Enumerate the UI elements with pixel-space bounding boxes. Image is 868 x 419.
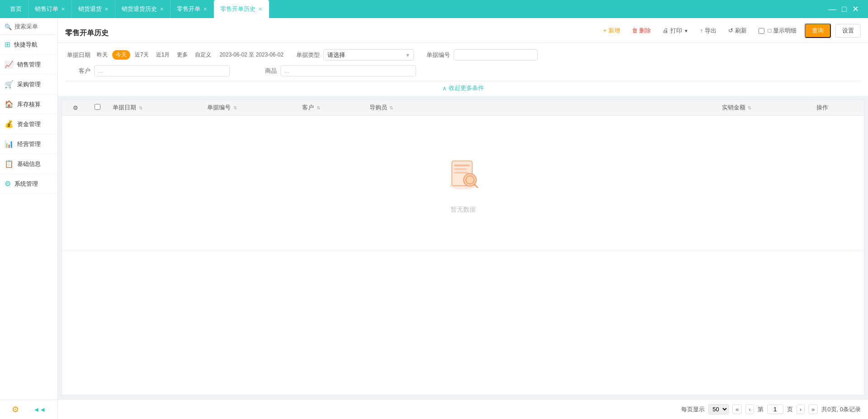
date-range-display: 2023-06-02 至 2023-06-02: [219, 51, 283, 59]
filter-area: 单据日期 昨天 今天 近7天 近1月 更多 自定义 2023-06-02 至 2…: [58, 43, 868, 96]
search-label: 搜索采单: [14, 23, 38, 31]
empty-illustration: [441, 152, 486, 198]
sidebar-item-label: 快捷导航: [14, 41, 38, 49]
customer-input[interactable]: ...: [94, 65, 230, 76]
first-page-button[interactable]: «: [732, 405, 742, 414]
maximize-button[interactable]: □: [842, 5, 847, 14]
sidebar-item-operations[interactable]: 📊 经营管理: [0, 134, 57, 154]
empty-state: 暂无数据: [62, 116, 864, 250]
tab-retail-order-history[interactable]: 零售开单历史 ✕: [214, 0, 269, 18]
sort-customer[interactable]: ⇅: [317, 105, 320, 110]
sidebar-item-finance[interactable]: 💰 资金管理: [0, 114, 57, 134]
type-select[interactable]: 请选择: [323, 49, 414, 61]
type-label: 单据类型: [294, 51, 320, 59]
date-label: 单据日期: [65, 51, 90, 59]
svg-rect-4: [454, 172, 469, 174]
close-tab-sales-return[interactable]: ✕: [104, 6, 109, 12]
last-page-button[interactable]: »: [808, 405, 818, 414]
page-label-before: 第: [758, 405, 764, 414]
window-controls: — □ ✕: [828, 4, 864, 14]
display-detail-button[interactable]: □ 显示明细: [755, 25, 800, 37]
sidebar-item-label: 系统管理: [14, 180, 38, 188]
page-header: 零售开单历史 + 新增 🗑 删除 🖨 打印 ▼ ↑ 导出 ↺ 刷新: [58, 18, 868, 43]
per-page-label: 每页显示: [681, 405, 705, 414]
per-page-select[interactable]: 50: [708, 404, 729, 414]
svg-rect-2: [454, 165, 470, 166]
minimize-button[interactable]: —: [828, 5, 836, 14]
table-settings-icon[interactable]: ⚙: [67, 101, 84, 115]
date-buttons: 昨天 今天 近7天 近1月 更多 自定义: [94, 50, 214, 60]
filter-type: 单据类型 请选择 ▼: [294, 49, 414, 61]
sort-amount[interactable]: ⇅: [748, 105, 751, 110]
current-page-input[interactable]: [767, 405, 783, 414]
sidebar-item-quick-nav[interactable]: ⊞ 快捷导航: [0, 35, 57, 55]
sidebar-item-sales[interactable]: 📈 销售管理: [0, 55, 57, 75]
display-detail-checkbox[interactable]: [759, 28, 764, 34]
window-close-button[interactable]: ✕: [852, 4, 859, 14]
sidebar-item-basic-info[interactable]: 📋 基础信息: [0, 154, 57, 174]
close-tab-retail-order-history[interactable]: ✕: [258, 6, 262, 12]
filter-goods: 商品 ...: [251, 65, 416, 76]
sidebar-item-label: 销售管理: [17, 61, 41, 69]
settings-button[interactable]: 设置: [835, 24, 861, 38]
sidebar-item-system[interactable]: ⚙ 系统管理: [0, 174, 57, 194]
date-btn-7days[interactable]: 近7天: [132, 50, 152, 60]
customer-label: 客户: [65, 67, 90, 75]
sidebar-item-purchase[interactable]: 🛒 采购管理: [0, 75, 57, 94]
sort-guide[interactable]: ⇅: [389, 105, 393, 110]
type-select-wrap: 请选择 ▼: [323, 49, 414, 61]
tab-retail-order[interactable]: 零售开单 ✕: [171, 0, 214, 18]
data-table: ⚙ 单据日期 ⇅ 单据编号 ⇅: [62, 100, 864, 250]
close-tab-retail-order[interactable]: ✕: [203, 6, 207, 12]
operations-icon: 📊: [5, 140, 14, 148]
date-btn-more[interactable]: 更多: [174, 50, 190, 60]
pagination-bar: 每页显示 50 « ‹ 第 页 › » 共0页, 0条记录: [58, 399, 868, 419]
sidebar-item-label: 资金管理: [17, 120, 41, 128]
th-customer: 客户 ⇅: [297, 100, 364, 116]
goods-input[interactable]: ...: [280, 65, 416, 76]
top-nav: 首页 销售订单 ✕ 销货退货 ✕ 销货退货历史 ✕ 零售开单 ✕ 零售开单历史 …: [0, 0, 868, 18]
svg-rect-3: [454, 168, 467, 170]
select-all-checkbox[interactable]: [95, 104, 100, 110]
collapse-button[interactable]: ∧ 收起更多条件: [65, 81, 861, 92]
filter-row-2: 客户 ... 商品 ...: [65, 65, 861, 76]
print-button[interactable]: 🖨 打印 ▼: [659, 25, 692, 37]
sidebar-collapse-button[interactable]: ◄◄: [33, 406, 46, 413]
query-button[interactable]: 查询: [805, 24, 831, 38]
sidebar: 🔍 搜索采单 ⊞ 快捷导航 📈 销售管理 🛒 采购管理 🏠 库存核算 💰 资金管…: [0, 18, 58, 419]
add-button[interactable]: + 新增: [599, 25, 623, 37]
sidebar-item-inventory[interactable]: 🏠 库存核算: [0, 94, 57, 114]
tab-sales-return[interactable]: 销货退货 ✕: [72, 0, 115, 18]
page-label-after: 页: [787, 405, 793, 414]
table-body: 暂无数据: [62, 116, 864, 250]
tab-sales-order[interactable]: 销售订单 ✕: [28, 0, 72, 18]
purchase-icon: 🛒: [5, 80, 14, 89]
filter-date: 单据日期 昨天 今天 近7天 近1月 更多 自定义 2023-06-02 至 2…: [65, 50, 284, 60]
export-button[interactable]: ↑ 导出: [697, 25, 720, 37]
th-amount: 实销金额 ⇅: [716, 100, 811, 116]
table-wrap: ⚙ 单据日期 ⇅ 单据编号 ⇅: [62, 99, 864, 395]
date-btn-today[interactable]: 今天: [112, 50, 130, 60]
next-page-button[interactable]: ›: [797, 405, 805, 414]
close-tab-sales-return-history[interactable]: ✕: [160, 6, 164, 12]
print-dropdown-icon[interactable]: ▼: [684, 28, 688, 33]
refresh-button[interactable]: ↺ 刷新: [725, 25, 750, 37]
sort-date[interactable]: ⇅: [139, 105, 142, 110]
tab-sales-return-history[interactable]: 销货退货历史 ✕: [115, 0, 171, 18]
th-date: 单据日期 ⇅: [107, 100, 202, 116]
close-tab-sales-order[interactable]: ✕: [61, 6, 65, 12]
sidebar-search[interactable]: 🔍 搜索采单: [0, 18, 57, 35]
inventory-icon: 🏠: [5, 100, 14, 108]
delete-button[interactable]: 🗑 删除: [628, 25, 655, 37]
date-btn-yesterday[interactable]: 昨天: [94, 50, 110, 60]
sort-order-no[interactable]: ⇅: [233, 105, 237, 110]
date-btn-custom[interactable]: 自定义: [192, 50, 214, 60]
order-no-input[interactable]: [454, 49, 538, 61]
th-order-no: 单据编号 ⇅: [202, 100, 296, 116]
collapse-arrow-icon: ∧: [442, 85, 447, 92]
prev-page-button[interactable]: ‹: [745, 405, 754, 414]
tab-home[interactable]: 首页: [4, 0, 28, 18]
sidebar-settings-button[interactable]: ⚙: [12, 405, 19, 414]
date-btn-1month[interactable]: 近1月: [153, 50, 173, 60]
finance-icon: 💰: [5, 120, 14, 128]
